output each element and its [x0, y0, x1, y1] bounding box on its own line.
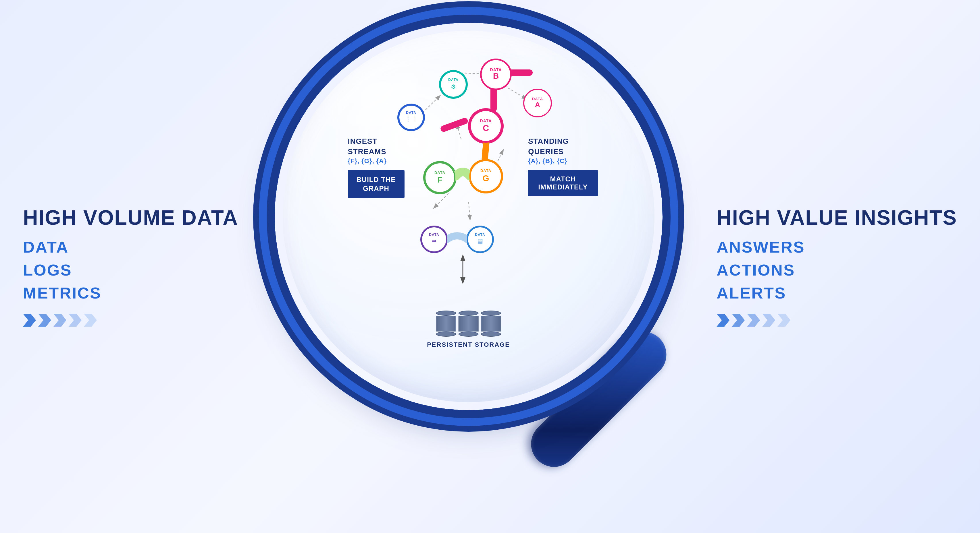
left-item-data: DATA — [23, 238, 102, 256]
db-cylinder-2 — [458, 311, 478, 337]
node-a-letter: A — [535, 100, 540, 109]
right-panel-title: HIGH VALUE INSIGHTS — [716, 206, 957, 229]
dashed-line-b-a — [504, 86, 526, 99]
left-panel-title: HIGH VOLUME DATA — [23, 206, 238, 229]
node-c-datalabel: DATA — [480, 119, 492, 123]
right-arrow-chevron-2 — [732, 314, 745, 327]
magnifier-lens: INGEST STREAMS {F}, {G}, {A} BUILD THEGR… — [275, 23, 662, 410]
arrow-chevron-4 — [68, 314, 81, 327]
db-bottom-2 — [458, 332, 478, 337]
node-blueleft-icon: ⋮⋮ — [406, 116, 417, 122]
db-top-3 — [480, 311, 501, 316]
node-b-letter: B — [493, 71, 498, 80]
arrow-chevron-5 — [84, 314, 97, 327]
node-teal-icon: ⚙ — [451, 84, 456, 90]
node-teal-datalabel: DATA — [448, 78, 458, 82]
right-panel-items: ANSWERS ACTIONS ALERTS — [716, 238, 805, 302]
db-body-1 — [436, 316, 456, 332]
dashed-line-f-purple — [434, 194, 449, 208]
db-bottom-3 — [480, 332, 501, 337]
node-blueright-icon: ▤ — [477, 238, 483, 244]
db-top-1 — [436, 311, 456, 316]
right-arrow-chevron-4 — [762, 314, 775, 327]
db-body-3 — [480, 316, 501, 332]
arm-b-c — [490, 86, 497, 112]
node-g-datalabel: DATA — [480, 168, 491, 173]
right-item-alerts: ALERTS — [716, 284, 805, 302]
graph-svg: DATA B DATA A DATA C DATA ⚙ — [325, 41, 612, 357]
storage-area: PERSISTENT STORAGE — [427, 311, 510, 349]
page-container: HIGH VOLUME DATA DATA LOGS METRICS — [0, 0, 980, 533]
node-purple-datalabel: DATA — [429, 233, 439, 237]
node-blueleft-datalabel: DATA — [406, 111, 416, 115]
lens-content: INGEST STREAMS {F}, {G}, {A} BUILD THEGR… — [283, 31, 654, 402]
left-arrows — [23, 314, 97, 327]
right-item-answers: ANSWERS — [716, 238, 805, 256]
right-arrow-chevron-5 — [778, 314, 791, 327]
dashed-line-g-blue — [469, 202, 470, 219]
node-g-letter: G — [482, 173, 489, 183]
graph-area: INGEST STREAMS {F}, {G}, {A} BUILD THEGR… — [325, 41, 612, 357]
left-panel: HIGH VOLUME DATA DATA LOGS METRICS — [23, 206, 238, 327]
arrow-chevron-1 — [23, 314, 36, 327]
db-cylinder-1 — [436, 311, 456, 337]
magnifier: INGEST STREAMS {F}, {G}, {A} BUILD THEGR… — [275, 23, 706, 511]
node-f-letter: F — [437, 175, 442, 184]
right-panel: HIGH VALUE INSIGHTS ANSWERS ACTIONS ALER… — [716, 206, 957, 327]
right-item-actions: ACTIONS — [716, 261, 805, 279]
left-panel-items: DATA LOGS METRICS — [23, 238, 102, 302]
left-item-logs: LOGS — [23, 261, 102, 279]
right-arrow-chevron-1 — [716, 314, 729, 327]
storage-label: PERSISTENT STORAGE — [427, 341, 510, 349]
bottom-nodes-connector — [447, 236, 467, 240]
right-arrows — [716, 314, 791, 327]
node-c-letter: C — [483, 123, 489, 133]
db-bottom-1 — [436, 332, 456, 337]
right-arrow-chevron-3 — [747, 314, 760, 327]
arrow-chevron-3 — [53, 314, 66, 327]
arrow-chevron-2 — [38, 314, 51, 327]
db-top-2 — [458, 311, 478, 316]
arm-c-left — [439, 117, 469, 133]
node-purple-icon: ⇒ — [431, 238, 436, 244]
db-group — [436, 311, 501, 337]
db-body-2 — [458, 316, 478, 332]
node-blueright-datalabel: DATA — [475, 233, 485, 237]
node-f-datalabel: DATA — [434, 170, 445, 175]
db-cylinder-3 — [480, 311, 501, 337]
left-item-metrics: METRICS — [23, 284, 102, 302]
fg-connector — [456, 172, 470, 176]
